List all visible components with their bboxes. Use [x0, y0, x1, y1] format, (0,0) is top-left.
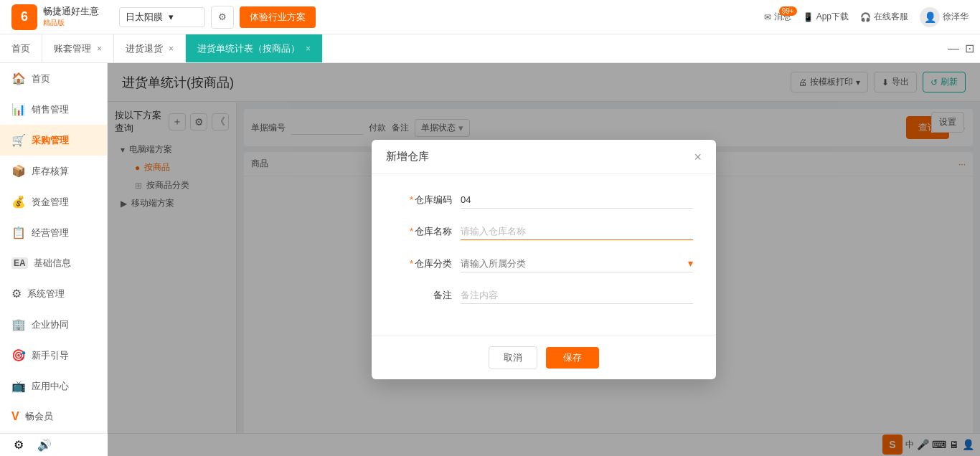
sidebar-item-basic-info[interactable]: EA 基础信息 [0, 248, 107, 278]
home-tab-label: 首页 [11, 42, 30, 55]
tab-purchase-stats[interactable]: 进货单统计表（按商品） × [186, 34, 323, 62]
sidebar-item-purchase[interactable]: 🛒 采购管理 [0, 125, 107, 156]
system-icon: ⚙ [11, 287, 22, 300]
sidebar: 🏠 首页 📊 销售管理 🛒 采购管理 📦 库存核算 💰 资金管理 📋 经营管理 … [0, 63, 108, 456]
enterprise-icon: 🏢 [11, 318, 26, 331]
chevron-down-icon: ▾ [169, 11, 174, 22]
sidebar-item-system[interactable]: ⚙ 系统管理 [0, 278, 107, 309]
operations-icon: 📋 [11, 226, 26, 239]
messages-btn[interactable]: ✉ 消息 99+ [764, 11, 791, 23]
store-selector[interactable]: 日太阳膜 ▾ [119, 7, 205, 27]
warehouse-code-input[interactable] [461, 191, 693, 209]
gear-icon: ⚙ [218, 11, 227, 22]
username: 徐泽华 [943, 11, 969, 23]
sidebar-item-inventory[interactable]: 📦 库存核算 [0, 156, 107, 186]
tab-bar: 首页 账套管理 × 进货退货 × 进货单统计表（按商品） × — ⊡ [0, 34, 980, 63]
form-row-name: 仓库名称 [395, 223, 693, 240]
avatar: 👤 [920, 7, 940, 27]
sidebar-finance-label: 资金管理 [32, 196, 69, 209]
tab-accounts[interactable]: 账套管理 × [42, 34, 114, 62]
accounts-tab-label: 账套管理 [54, 42, 91, 55]
bottom-speaker-icon[interactable]: 🔊 [34, 435, 55, 455]
mobile-icon: 📱 [803, 12, 814, 22]
experience-button[interactable]: 体验行业方案 [240, 6, 316, 28]
online-service-btn[interactable]: 🎧 在线客服 [860, 11, 908, 23]
tab-controls: — ⊡ [942, 34, 980, 62]
sales-icon: 📊 [11, 103, 26, 116]
sidebar-item-enterprise[interactable]: 🏢 企业协同 [0, 309, 107, 340]
form-row-category: 仓库分类 ▾ [395, 255, 693, 272]
modal-body: 仓库编码 仓库名称 仓库分类 ▾ [372, 174, 716, 336]
name-label: 仓库名称 [395, 225, 452, 238]
main-layout: 🏠 首页 📊 销售管理 🛒 采购管理 📦 库存核算 💰 资金管理 📋 经营管理 … [0, 63, 980, 456]
content-area: 进货单统计(按商品) 🖨 按模板打印 ▾ ⬇ 导出 ↺ 刷新 [108, 63, 980, 456]
form-row-code: 仓库编码 [395, 191, 693, 209]
sidebar-purchase-label: 采购管理 [32, 134, 69, 147]
sidebar-system-label: 系统管理 [27, 288, 65, 300]
modal-header: 新增仓库 × [372, 140, 716, 174]
message-icon: ✉ [764, 12, 771, 22]
category-chevron-icon: ▾ [688, 257, 693, 269]
sidebar-sales-label: 销售管理 [32, 103, 69, 116]
sidebar-inventory-label: 库存核算 [32, 165, 69, 178]
sidebar-item-vip[interactable]: V 畅会员 [0, 402, 107, 432]
sidebar-vip-label: 畅会员 [25, 410, 53, 423]
settings-button[interactable]: ⚙ [211, 6, 234, 29]
bottom-settings-icon[interactable]: ⚙ [9, 435, 29, 455]
logo-badge: 精品版 [43, 18, 99, 28]
sidebar-app-center-label: 应用中心 [32, 380, 69, 393]
sidebar-item-finance[interactable]: 💰 资金管理 [0, 186, 107, 217]
store-name: 日太阳膜 [126, 11, 163, 24]
guide-icon: 🎯 [11, 348, 26, 362]
form-row-remark: 备注 [395, 287, 693, 304]
category-input[interactable] [461, 258, 688, 269]
category-label: 仓库分类 [395, 257, 452, 270]
purchase-stats-tab-close[interactable]: × [306, 44, 311, 54]
sidebar-item-guide[interactable]: 🎯 新手引导 [0, 340, 107, 371]
sidebar-home-label: 首页 [32, 72, 50, 85]
inventory-icon: 📦 [11, 164, 26, 178]
add-warehouse-modal: 新增仓库 × 仓库编码 仓库名称 [372, 140, 716, 379]
sidebar-item-app-center[interactable]: 📺 应用中心 [0, 371, 107, 402]
headphone-icon: 🎧 [860, 12, 871, 22]
top-header: 6 畅捷通好生意 精品版 日太阳膜 ▾ ⚙ 体验行业方案 ✉ 消息 99+ 📱 … [0, 0, 980, 34]
remark-input[interactable] [461, 287, 693, 304]
app-download-btn[interactable]: 📱 App下载 [803, 11, 849, 23]
basic-info-icon: EA [11, 257, 28, 269]
tab-maximize-icon[interactable]: ⊡ [965, 42, 974, 55]
tab-purchase-return[interactable]: 进货退货 × [114, 34, 186, 62]
purchase-return-tab-label: 进货退货 [126, 42, 163, 55]
code-label: 仓库编码 [395, 194, 452, 206]
modal-footer: 取消 保存 [372, 336, 716, 379]
purchase-stats-tab-label: 进货单统计表（按商品） [197, 42, 300, 55]
sidebar-item-home[interactable]: 🏠 首页 [0, 63, 107, 94]
warehouse-name-input[interactable] [461, 223, 693, 240]
finance-icon: 💰 [11, 195, 26, 209]
modal-overlay: 新增仓库 × 仓库编码 仓库名称 [108, 63, 980, 456]
tab-home[interactable]: 首页 [0, 34, 42, 62]
sidebar-item-operations[interactable]: 📋 经营管理 [0, 217, 107, 248]
purchase-return-tab-close[interactable]: × [169, 44, 174, 54]
remark-field-label: 备注 [395, 289, 452, 302]
sidebar-operations-label: 经营管理 [32, 227, 69, 239]
user-menu[interactable]: 👤 徐泽华 [920, 7, 969, 27]
cancel-button[interactable]: 取消 [489, 346, 537, 369]
app-logo-icon: 6 [11, 4, 37, 30]
modal-close-btn[interactable]: × [694, 151, 702, 163]
tab-minimize-icon[interactable]: — [948, 42, 959, 55]
save-button[interactable]: 保存 [546, 347, 599, 369]
message-badge: 99+ [779, 6, 797, 16]
sidebar-basic-info-label: 基础信息 [34, 257, 71, 270]
vip-icon: V [11, 410, 19, 423]
sidebar-guide-label: 新手引导 [32, 349, 69, 362]
modal-title: 新增仓库 [386, 150, 429, 163]
home-icon: 🏠 [11, 72, 26, 85]
category-selector[interactable]: ▾ [461, 255, 693, 272]
header-search-area: 日太阳膜 ▾ ⚙ 体验行业方案 [119, 6, 764, 29]
app-center-icon: 📺 [11, 379, 26, 393]
sidebar-enterprise-label: 企业协同 [32, 318, 69, 331]
purchase-icon: 🛒 [11, 133, 26, 147]
accounts-tab-close[interactable]: × [97, 44, 102, 54]
sidebar-item-sales[interactable]: 📊 销售管理 [0, 94, 107, 125]
header-right: ✉ 消息 99+ 📱 App下载 🎧 在线客服 👤 徐泽华 [764, 7, 969, 27]
